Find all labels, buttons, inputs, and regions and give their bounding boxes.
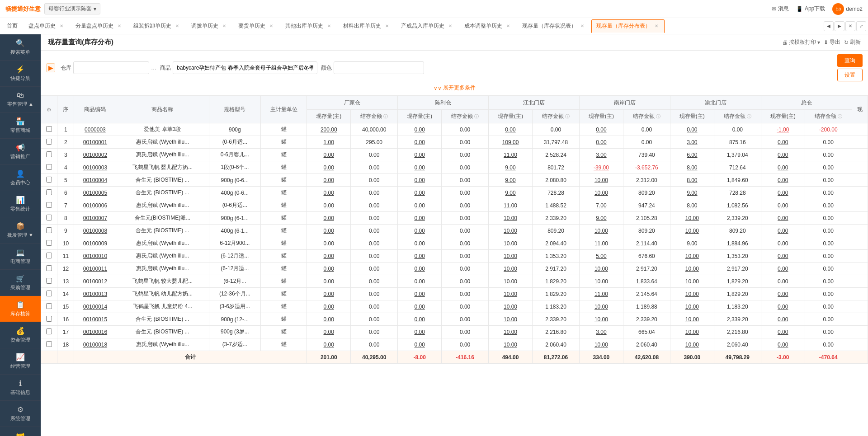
store-selector[interactable]: 母婴行业演示陈套 ▾: [44, 3, 100, 14]
row-total-qty[interactable]: 0.00: [761, 149, 805, 161]
row-code[interactable]: 00100010: [74, 250, 116, 263]
row-factory-qty[interactable]: 0.00: [307, 313, 351, 326]
row-chenli-qty[interactable]: 0.00: [398, 313, 442, 326]
row-code[interactable]: 00100014: [74, 300, 116, 313]
row-chenli-qty[interactable]: 0.00: [398, 326, 442, 338]
close-tab-pandian[interactable]: ✕: [58, 23, 65, 29]
row-factory-qty[interactable]: 0.00: [307, 161, 351, 174]
sidebar-item-system[interactable]: ⚙ 系统管理: [0, 401, 41, 427]
close-tab-cailiaochu[interactable]: ✕: [384, 23, 390, 29]
th-gear[interactable]: ⚙: [41, 96, 57, 123]
row-checkbox[interactable]: [41, 288, 57, 300]
close-tab-zuzhuang[interactable]: ✕: [174, 23, 180, 29]
row-yubei-qty[interactable]: 0.00: [670, 123, 714, 136]
row-checkbox[interactable]: [41, 275, 57, 288]
row-code[interactable]: 00100011: [74, 263, 116, 275]
row-chenli-qty[interactable]: 0.00: [398, 237, 442, 250]
row-yubei-qty[interactable]: 8.00: [670, 199, 714, 212]
sidebar-item-quicknav[interactable]: ⚡ 快捷导航: [0, 61, 41, 87]
nav-close-all[interactable]: ✕: [845, 21, 855, 31]
tab-chenben[interactable]: 成本调整单历史 ✕: [459, 19, 516, 33]
row-yubei-qty[interactable]: 6.00: [670, 149, 714, 161]
row-nanan-qty[interactable]: 9.00: [580, 212, 623, 225]
close-tab-diaobor[interactable]: ✕: [221, 23, 227, 29]
row-nanan-qty[interactable]: 10.00: [580, 225, 623, 237]
tab-fenpandian[interactable]: 分量盘点单历史 ✕: [71, 19, 127, 33]
row-factory-qty[interactable]: 0.00: [307, 326, 351, 338]
row-code[interactable]: 00100006: [74, 199, 116, 212]
row-nanan-qty[interactable]: 5.00: [580, 250, 623, 263]
filter-toggle[interactable]: ▶: [46, 63, 55, 72]
sidebar-item-inventory[interactable]: 📋 库存核算: [0, 296, 41, 322]
row-factory-qty[interactable]: 0.00: [307, 275, 351, 288]
row-yubei-qty[interactable]: 10.00: [670, 263, 714, 275]
row-checkbox[interactable]: [41, 161, 57, 174]
row-jiangbei-qty[interactable]: 9.00: [489, 187, 533, 199]
row-yubei-qty[interactable]: 10.00: [670, 338, 714, 351]
row-nanan-qty[interactable]: 11.00: [580, 237, 623, 250]
close-tab-chancheng[interactable]: ✕: [447, 23, 453, 29]
row-nanan-qty[interactable]: 10.00: [580, 300, 623, 313]
app-download-btn[interactable]: 📱 App下载: [796, 5, 825, 13]
row-yubei-qty[interactable]: 10.00: [670, 288, 714, 300]
sidebar-item-retail-mgmt[interactable]: 🛍 零售管理 ▲: [0, 87, 41, 113]
row-checkbox[interactable]: [41, 149, 57, 161]
row-nanan-qty[interactable]: 3.00: [580, 149, 623, 161]
row-factory-qty[interactable]: 0.00: [307, 174, 351, 187]
row-code[interactable]: 00100008: [74, 225, 116, 237]
row-yubei-qty[interactable]: 10.00: [670, 275, 714, 288]
row-code[interactable]: 00100016: [74, 326, 116, 338]
tab-xiancunzhuang[interactable]: 现存量（库存状况表） ✕: [517, 19, 590, 33]
row-yubei-qty[interactable]: 10.00: [670, 300, 714, 313]
row-factory-qty[interactable]: 0.00: [307, 263, 351, 275]
row-yubei-qty[interactable]: 8.00: [670, 161, 714, 174]
row-yubei-qty[interactable]: 10.00: [670, 212, 714, 225]
row-code[interactable]: 00100005: [74, 187, 116, 199]
tab-xiancunfen[interactable]: 现存量（库存分布表） ✕: [591, 19, 665, 33]
row-factory-qty[interactable]: 200.00: [307, 123, 351, 136]
row-jiangbei-qty[interactable]: 10.00: [489, 250, 533, 263]
row-nanan-qty[interactable]: 10.00: [580, 338, 623, 351]
row-factory-qty[interactable]: 0.00: [307, 212, 351, 225]
row-total-qty[interactable]: 0.00: [761, 263, 805, 275]
row-total-qty[interactable]: 0.00: [761, 174, 805, 187]
row-yubei-qty[interactable]: 10.00: [670, 225, 714, 237]
row-chenli-qty[interactable]: 0.00: [398, 174, 442, 187]
row-factory-qty[interactable]: 0.00: [307, 187, 351, 199]
row-total-qty[interactable]: 0.00: [761, 275, 805, 288]
row-nanan-qty[interactable]: 3.00: [580, 326, 623, 338]
row-total-qty[interactable]: 0.00: [761, 187, 805, 199]
row-checkbox[interactable]: [41, 313, 57, 326]
row-factory-qty[interactable]: 0.00: [307, 250, 351, 263]
row-chenli-qty[interactable]: 0.00: [398, 338, 442, 351]
row-factory-qty[interactable]: 0.00: [307, 338, 351, 351]
row-checkbox[interactable]: [41, 237, 57, 250]
row-code[interactable]: 00100007: [74, 212, 116, 225]
row-total-qty[interactable]: 0.00: [761, 313, 805, 326]
row-total-qty[interactable]: 0.00: [761, 237, 805, 250]
row-code[interactable]: 00100015: [74, 313, 116, 326]
row-jiangbei-qty[interactable]: 10.00: [489, 225, 533, 237]
row-chenli-qty[interactable]: 0.00: [398, 123, 442, 136]
tab-home[interactable]: 首页: [2, 19, 23, 33]
row-factory-qty[interactable]: 0.00: [307, 300, 351, 313]
row-checkbox[interactable]: [41, 136, 57, 149]
row-nanan-qty[interactable]: 0.00: [580, 123, 623, 136]
row-jiangbei-qty[interactable]: 10.00: [489, 275, 533, 288]
row-yubei-qty[interactable]: 3.00: [670, 136, 714, 149]
row-jiangbei-qty[interactable]: 10.00: [489, 338, 533, 351]
row-jiangbei-qty[interactable]: 11.00: [489, 149, 533, 161]
message-btn[interactable]: ✉ 消息: [772, 5, 789, 13]
row-chenli-qty[interactable]: 0.00: [398, 212, 442, 225]
row-jiangbei-qty[interactable]: 10.00: [489, 237, 533, 250]
row-nanan-qty[interactable]: 10.00: [580, 263, 623, 275]
warehouse-input[interactable]: [73, 61, 149, 74]
row-total-qty[interactable]: 0.00: [761, 338, 805, 351]
row-jiangbei-qty[interactable]: 11.00: [489, 199, 533, 212]
nav-expand[interactable]: ⤢: [856, 21, 866, 31]
close-tab-xiancunfen[interactable]: ✕: [653, 23, 660, 29]
row-checkbox[interactable]: [41, 225, 57, 237]
set-btn[interactable]: 设置: [837, 69, 863, 81]
tab-zuzhuang[interactable]: 组装拆卸单历史 ✕: [128, 19, 185, 33]
row-checkbox[interactable]: [41, 199, 57, 212]
